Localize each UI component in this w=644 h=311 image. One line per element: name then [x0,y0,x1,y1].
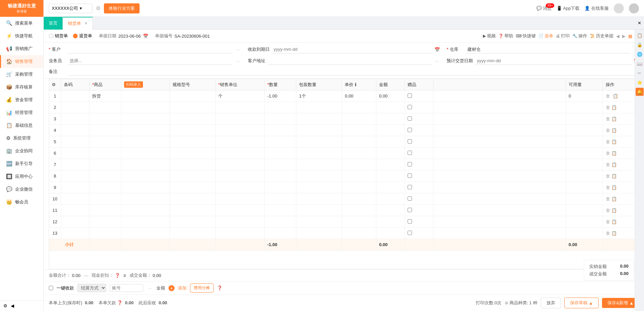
prev-icon[interactable]: ◀ [616,34,619,39]
delete-icon[interactable]: 🗑 [606,139,610,144]
copy-icon[interactable]: 📋 [611,151,617,156]
salesperson-dots[interactable]: ··· [235,58,241,64]
row-qty[interactable]: -1.00 [264,90,296,102]
receive-cal-icon[interactable]: 📅 [434,47,440,52]
trial-btn[interactable]: 体验行业方案 [104,3,140,13]
delete-icon[interactable]: 🗑 [606,173,610,179]
sidebar-item-search[interactable]: 🔍 搜索菜单 [0,17,43,30]
print-btn[interactable]: 🖨 打印 [556,33,570,39]
gear-icon[interactable]: ⚙ [96,5,101,11]
warehouse-input[interactable] [465,45,631,53]
row-goods[interactable]: 拆货 [89,90,121,102]
settlement-select[interactable]: 结算方式 [77,284,106,292]
scan-btn[interactable]: 扫码录入 [124,81,143,88]
sidebar-item-system[interactable]: ⚙ 系统管理 [0,132,43,145]
shortcut-btn[interactable]: ⌨ 快捷键 [516,33,536,39]
copy-icon[interactable]: 📋 [611,162,617,167]
expected-date-input[interactable] [475,57,632,65]
sidebar-item-wechat[interactable]: 💬 企业微信 [0,183,43,196]
fee-btn[interactable]: 费用分摊 [190,283,214,293]
copy-icon[interactable]: 📋 [611,231,617,236]
delete-icon[interactable]: 🗑 [606,219,610,224]
right-icon-3[interactable]: 🌐 [636,50,644,58]
tab-sale[interactable]: 销货单 ✕ [63,17,93,30]
row-price[interactable]: 0.00 [342,90,376,102]
sidebar-item-finance[interactable]: 💰 资金管理 [0,93,43,106]
copy-icon[interactable]: 📋 [611,173,617,179]
customer-dots[interactable]: ··· [235,46,241,53]
delete-icon[interactable]: 🗑 [606,128,610,133]
close-all-btn[interactable]: ✕ [638,21,641,26]
gift-checkbox[interactable] [408,93,412,98]
gift-checkbox[interactable] [408,173,412,178]
debit-help[interactable]: ❓ [117,300,122,305]
select-btn[interactable]: 📄 选单 [538,33,553,39]
receive-date-input[interactable] [272,45,433,53]
gift-checkbox[interactable] [408,219,412,224]
history-btn[interactable]: 📜 历史单据 [590,33,613,39]
copy-icon[interactable]: 📋 [611,128,617,133]
next-icon[interactable]: ▶ [622,34,626,39]
sidebar-item-appcenter[interactable]: 🔲 应用中心 [0,170,43,183]
delete-icon[interactable]: 🗑 [606,185,610,190]
goods-type[interactable]: ⊙ 商品种类: 1 种 [505,300,537,306]
message-btn[interactable]: 💬 消息 99+ [536,5,552,11]
right-icon-6[interactable]: ⭐ [636,78,644,86]
delete-icon[interactable]: 🗑 [606,162,610,167]
save-draft-btn[interactable]: 保存草稿 ▲ [564,298,599,308]
collapse-icon[interactable]: ◀ [11,303,14,308]
customer-input[interactable] [68,45,233,53]
row-amount[interactable]: 0.00 [376,90,405,102]
row-barcode[interactable] [61,90,89,102]
customer-addr-dots[interactable]: ··· [433,58,440,64]
gift-checkbox[interactable] [408,231,412,235]
delete-icon[interactable]: 🗑 [606,151,610,156]
gift-checkbox[interactable] [408,116,412,121]
salesperson-input[interactable] [68,57,233,65]
sidebar-item-quicknav[interactable]: ⚡ 快捷导航 [0,30,43,42]
sidebar-item-purchase[interactable]: 🛒 采购管理 [0,68,43,81]
sidebar-item-marketing[interactable]: 📢 营销推广 [0,42,43,55]
delete-icon[interactable]: 🗑 [606,196,610,201]
copy-icon[interactable]: 📋 [611,208,617,213]
one-click-payment-checkbox[interactable] [49,286,53,290]
operate-btn[interactable]: 🔧 操作 [572,33,587,39]
save-new-btn[interactable]: 保存&新增 ▲ [602,298,639,308]
sidebar-item-enterprise[interactable]: 🏢 企业协同 [0,145,43,157]
calendar-icon[interactable]: 📅 [143,34,148,39]
note-input[interactable] [68,68,639,76]
copy-icon[interactable]: 📋 [611,219,617,224]
online-service-btn[interactable]: 👤 在线客服 [584,5,609,11]
row-note-cell[interactable] [433,90,566,102]
right-icon-4[interactable]: 📖 [636,60,644,68]
date-value[interactable]: 2023-06-06 [118,34,141,39]
copy-icon[interactable]: 📋 [611,139,617,144]
customer-addr-input[interactable] [267,57,432,65]
delete-icon[interactable]: 🗑 [606,208,610,213]
gift-checkbox[interactable] [408,162,412,166]
delete-icon[interactable]: 🗑 [606,116,610,121]
row-gift[interactable] [405,90,433,102]
account-dots[interactable]: ··· [147,285,153,291]
tab-sale-close[interactable]: ✕ [84,21,87,26]
discard-btn[interactable]: 放弃 [541,298,561,308]
delete-icon[interactable]: 🗑 [606,105,610,110]
gift-checkbox[interactable] [408,208,412,212]
copy-icon[interactable]: 📋 [611,185,617,190]
fee-help-icon[interactable]: ❓ [217,285,222,290]
help-btn[interactable]: ❓ 帮助 [498,33,513,39]
view-icon1[interactable]: ▦ [628,34,632,39]
sidebar-item-vip[interactable]: 👑 畅会员 [0,196,43,208]
app-download-btn[interactable]: 📱 App下载 [557,5,579,11]
add-payment-btn[interactable]: + [168,285,175,291]
company-selector[interactable]: XXXXXX公司 ▾ [49,4,92,13]
copy-icon[interactable]: 📋 [611,116,617,121]
avatar[interactable] [614,3,624,13]
sidebar-item-sales[interactable]: 🏠 销售管理 [0,55,43,68]
settings-icon[interactable]: ⚙ [3,303,7,308]
right-icon-7[interactable]: 🔔 [636,88,644,96]
copy-icon[interactable]: 📋 [613,93,618,99]
delete-icon[interactable]: 🗑 [606,93,610,99]
account-input[interactable] [110,284,143,292]
right-icon-5[interactable]: ✏ [636,69,644,77]
